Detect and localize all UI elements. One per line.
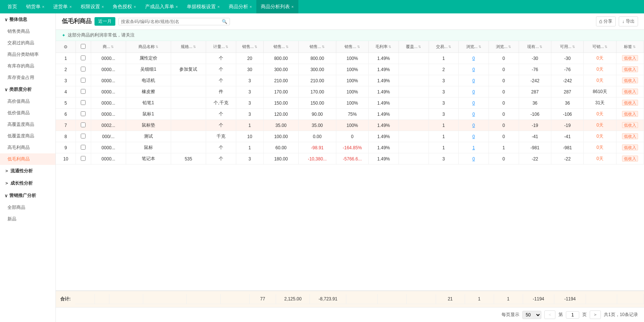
nav-sales[interactable]: 销货单 × (22, 0, 49, 13)
col-browse2-header[interactable]: 浏览...⇅ (488, 41, 519, 53)
cell-spec (171, 53, 206, 64)
cell-current: -41 (519, 131, 551, 142)
nav-purchase-close[interactable]: × (69, 4, 71, 9)
cell-sales-qty: 10 (236, 131, 263, 142)
row-checkbox[interactable] (81, 111, 86, 116)
col-spec-header[interactable]: 规格...⇅ (171, 41, 206, 53)
sidebar-item-low-coverage[interactable]: 低覆盖度商品 (0, 130, 55, 142)
cell-sales-rate: 100% (336, 86, 368, 98)
col-current-header[interactable]: 现有...⇅ (519, 41, 551, 53)
col-sellable-header[interactable]: 可销...⇅ (584, 41, 616, 53)
row-checkbox[interactable] (81, 78, 86, 83)
per-page-select[interactable]: 50 20 100 (522, 311, 541, 319)
nav-product-entry-close[interactable]: × (176, 4, 178, 9)
cell-sales-profit: 210.00 (298, 75, 336, 86)
cell-sales-rate: -164.85% (336, 142, 368, 153)
sidebar-item-high-coverage[interactable]: 高覆盖度商品 (0, 119, 55, 130)
row-checkbox[interactable] (81, 134, 86, 138)
page-input[interactable] (566, 311, 579, 319)
col-tag-header[interactable]: 标签⇅ (616, 41, 644, 53)
col-settings[interactable]: ⚙ (56, 41, 76, 53)
row-checkbox[interactable] (81, 156, 86, 161)
nav-analysis-list-close[interactable]: × (291, 4, 294, 9)
sidebar-item-inventory-products[interactable]: 有库存的商品 (0, 60, 55, 72)
col-browse1-header[interactable]: 浏览...⇅ (459, 41, 489, 53)
col-sales-qty-header[interactable]: 销售...⇅ (236, 41, 263, 53)
sidebar-item-low-margin[interactable]: 低毛利商品 (0, 153, 55, 165)
tag-badge: 低收入 (622, 89, 638, 95)
sidebar-item-sales-products[interactable]: 销售类商品 (0, 26, 55, 37)
col-sales-rate-header[interactable]: 销售...⇅ (336, 41, 368, 53)
cell-checkbox (76, 75, 91, 86)
cell-sales-profit: 35.00 (298, 120, 336, 131)
sidebar-item-high-margin[interactable]: 高毛利商品 (0, 142, 55, 153)
nav-permission-close[interactable]: × (102, 4, 104, 9)
cell-sales-rate: 100% (336, 98, 368, 109)
sidebar-group-marketing[interactable]: ∨ 营销推广分析 (0, 189, 55, 202)
col-sku-header[interactable]: 商...⇅ (91, 41, 126, 53)
total-sellable (586, 294, 617, 304)
sidebar-group-cluster[interactable]: ∨ 类群度分析 (0, 83, 55, 96)
cell-sales-profit: 170.00 (298, 86, 336, 98)
nav-role-close[interactable]: × (134, 4, 136, 9)
col-gross-rate-header[interactable]: 毛利率⇅ (369, 41, 399, 53)
cell-trade: 3 (429, 98, 459, 109)
sidebar-group-growth[interactable]: ＞ 成长性分析 (0, 177, 55, 189)
col-available-header[interactable]: 可用...⇅ (551, 41, 584, 53)
col-sales-amt-header[interactable]: 销售...⇅ (263, 41, 298, 53)
col-sales-profit-header[interactable]: 销售...⇅ (298, 41, 336, 53)
prev-page-button[interactable]: ＜ (544, 310, 555, 319)
chevron-down-icon: ∨ (4, 17, 8, 22)
settings-icon[interactable]: ⚙ (64, 44, 68, 50)
row-checkbox[interactable] (81, 89, 86, 94)
nav-analysis[interactable]: 商品分析 × (224, 0, 256, 13)
search-icon[interactable]: 🔍 (222, 19, 227, 24)
row-checkbox[interactable] (81, 145, 86, 150)
sidebar-item-new-products[interactable]: 新品 (0, 213, 55, 225)
sidebar-item-category-rate[interactable]: 商品分类助销率 (0, 49, 55, 60)
cell-checkbox (76, 64, 91, 75)
nav-permission[interactable]: 权限设置 × (76, 0, 108, 13)
total-table: 77 2,125.00 -8,723.91 21 1 1 -1194 -1194 (75, 294, 644, 304)
sidebar-item-all-products[interactable]: 全部商品 (0, 202, 55, 213)
select-all-checkbox[interactable] (81, 44, 86, 49)
col-unit-header[interactable]: 计量...⇅ (206, 41, 236, 53)
cell-unit: 个 (206, 64, 236, 75)
sidebar-group-overall[interactable]: ∨ 整体信息 (0, 13, 55, 26)
table-row: 3 0000... 电话机 个 3 210.00 210.00 100% 1.4… (56, 75, 644, 86)
share-button[interactable]: ⎙ 分享 (596, 16, 616, 26)
sidebar-item-inventory-capital[interactable]: 库存资金占用 (0, 72, 55, 83)
nav-template[interactable]: 单据模板设置 × (182, 0, 224, 13)
col-name-header[interactable]: 商品名称⇅ (126, 41, 171, 53)
row-checkbox[interactable] (81, 67, 86, 71)
nav-template-close[interactable]: × (217, 4, 220, 9)
main-layout: ∨ 整体信息 销售类商品 交易过的商品 商品分类助销率 有库存的商品 库存资金占… (0, 13, 644, 322)
row-checkbox[interactable] (81, 100, 86, 105)
sidebar-item-high-value[interactable]: 高价值商品 (0, 96, 55, 107)
nav-role[interactable]: 角色授权 × (108, 0, 140, 13)
cell-sales-qty: 3 (236, 86, 263, 98)
col-coverage-header[interactable]: 覆盖...⇅ (398, 41, 429, 53)
row-checkbox[interactable] (81, 122, 86, 127)
cell-current: -22 (519, 153, 551, 165)
sidebar-item-low-value[interactable]: 低价值商品 (0, 107, 55, 119)
search-input[interactable] (121, 19, 222, 24)
nav-purchase[interactable]: 进货单 × (49, 0, 76, 13)
export-button[interactable]: ↓ 导出 (619, 16, 638, 26)
nav-analysis-list[interactable]: 商品分析列表 × (256, 0, 298, 13)
period-button[interactable]: 近一月 (94, 17, 115, 26)
col-trade-header[interactable]: 交易...⇅ (429, 41, 459, 53)
nav-home[interactable]: 首页 (3, 0, 22, 13)
nav-product-entry[interactable]: 产成品入库单 × (141, 0, 182, 13)
next-page-button[interactable]: ＞ (590, 310, 601, 319)
row-checkbox[interactable] (81, 55, 86, 60)
cell-sku: 0000... (91, 98, 126, 109)
data-table: ⚙ 商...⇅ 商品名称⇅ 规格...⇅ 计量...⇅ 销售...⇅ 销售...… (56, 41, 644, 165)
sidebar-group-liquidity[interactable]: ＞ 流通性分析 (0, 165, 55, 177)
nav-sales-close[interactable]: × (42, 4, 44, 9)
cell-trade: 2 (429, 64, 459, 75)
cell-sales-qty: 3 (236, 109, 263, 120)
nav-analysis-close[interactable]: × (250, 4, 252, 9)
sidebar-item-traded-products[interactable]: 交易过的商品 (0, 37, 55, 49)
cell-sales-profit: -10,380... (298, 153, 336, 165)
